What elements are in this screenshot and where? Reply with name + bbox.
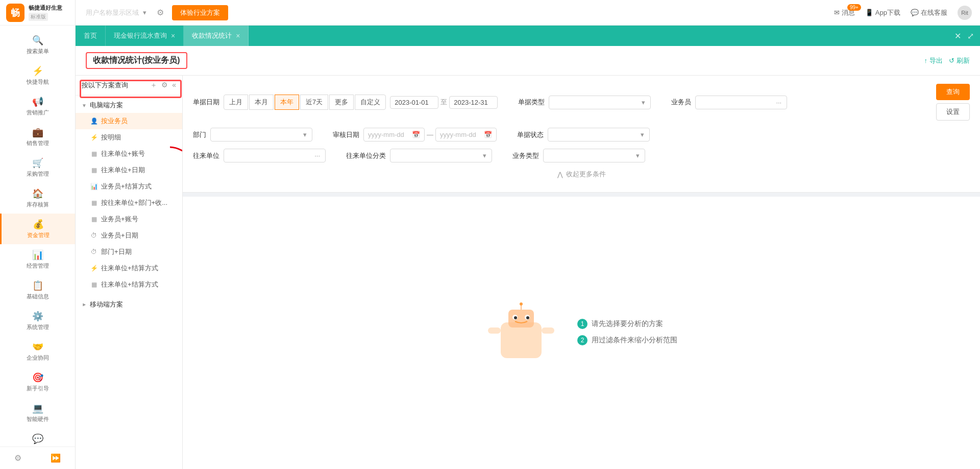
desktop-group-arrow: ▼ <box>82 103 87 108</box>
tab-bank-flow-close[interactable]: × <box>171 32 175 40</box>
trial-btn[interactable]: 体验行业方案 <box>172 5 228 20</box>
tab-collection-stats[interactable]: 收款情况统计 × <box>184 26 249 46</box>
scheme-item-by-salesman[interactable]: 👤 按业务员 <box>76 113 182 129</box>
sidebar-item-inventory[interactable]: 🏠 库存核算 <box>0 183 75 214</box>
header-settings-icon[interactable]: ⚙ <box>157 8 164 17</box>
doc-type-select[interactable]: ▾ <box>549 96 651 109</box>
sidebar-item-finance[interactable]: 💰 资金管理 <box>0 214 75 244</box>
scheme-item-salesman-settlement[interactable]: 📊 业务员+结算方式 <box>76 178 182 195</box>
filter-area: 单据日期 上月 本月 本年 近7天 更多 自定义 至 <box>183 76 980 193</box>
salesman-label: 业务员 <box>671 98 691 107</box>
doc-status-select[interactable]: ▾ <box>548 128 650 142</box>
counterparty-select[interactable]: ··· <box>224 149 326 162</box>
date-btn-last7[interactable]: 近7天 <box>300 95 328 110</box>
date-btn-last-month[interactable]: 上月 <box>224 95 248 110</box>
sidebar-item-wechat[interactable]: 💬 企业微信 <box>0 428 75 447</box>
desktop-scheme-group-title[interactable]: ▼ 电脑端方案 <box>76 98 182 113</box>
review-date-range: yyyy-mm-dd 📅 — yyyy-mm-dd 📅 <box>363 128 497 142</box>
review-date-end-placeholder: yyyy-mm-dd <box>440 131 476 138</box>
date-btn-this-month[interactable]: 本月 <box>249 95 274 110</box>
business-type-select[interactable]: ▾ <box>543 149 645 162</box>
scheme-settings-btn[interactable]: ⚙ <box>161 81 168 90</box>
main-content: 收款情况统计(按业务员) ↑ 导出 ↺ 刷新 按以下方案查询 ＋ ⚙ « <box>76 46 980 469</box>
review-date-end[interactable]: yyyy-mm-dd 📅 <box>435 128 497 142</box>
date-btn-more[interactable]: 更多 <box>329 95 354 110</box>
breadcrumb-text: 用户名称显示区域 <box>86 8 139 17</box>
salesman-select[interactable]: ··· <box>695 96 787 109</box>
date-end-input[interactable] <box>449 96 498 109</box>
review-date-start[interactable]: yyyy-mm-dd 📅 <box>363 128 425 142</box>
operation-icon: 📊 <box>32 249 43 261</box>
tab-bank-flow[interactable]: 现金银行流水查询 × <box>106 26 184 46</box>
avatar[interactable]: Rit <box>958 6 972 20</box>
scheme-item-salesman-account[interactable]: ▦ 业务员+账号 <box>76 211 182 227</box>
counterparty-group: 往来单位 ··· <box>193 149 326 162</box>
business-type-arrow: ▾ <box>636 152 640 159</box>
date-btn-this-year[interactable]: 本年 <box>275 95 299 110</box>
online-service-icon: 💬 <box>911 9 919 16</box>
mobile-scheme-group-title[interactable]: ▼ 移动端方案 <box>76 297 182 312</box>
sidebar-item-sales[interactable]: 💼 销售管理 <box>0 122 75 152</box>
dept-select[interactable]: ▾ <box>210 128 312 142</box>
tab-bank-flow-label: 现金银行流水查询 <box>114 31 167 40</box>
scheme-collapse-btn[interactable]: « <box>172 81 176 90</box>
tab-home[interactable]: 首页 <box>76 26 106 46</box>
scheme-item-customer-dept[interactable]: ▦ 按往来单位+部门+收... <box>76 195 182 211</box>
date-start-input[interactable] <box>390 96 438 109</box>
online-service-btn[interactable]: 💬 在线客服 <box>911 8 947 17</box>
sidebar-item-marketing[interactable]: 📢 营销推广 <box>0 91 75 122</box>
sidebar-item-guide[interactable]: 🎯 新手引导 <box>0 367 75 397</box>
scheme-item-customer-settlement1[interactable]: ⚡ 往来单位+结算方式 <box>76 260 182 276</box>
tip-num-2: 2 <box>577 335 587 345</box>
doc-type-group: 单据类型 ▾ <box>518 96 651 109</box>
doc-status-arrow: ▾ <box>641 131 644 138</box>
sidebar-item-purchase[interactable]: 🛒 采购管理 <box>0 152 75 183</box>
avatar-text: Rit <box>961 10 968 16</box>
sidebar-item-search-menu[interactable]: 🔍 搜索菜单 <box>0 30 75 60</box>
scheme-item-customer-settlement2[interactable]: ▦ 往来单位+结算方式 <box>76 276 182 293</box>
sidebar-item-quick-nav[interactable]: ⚡ 快捷导航 <box>0 60 75 91</box>
scheme-item-customer-account[interactable]: ▦ 往来单位+账号 <box>76 146 182 162</box>
tab-maximize[interactable]: ⤢ <box>967 31 974 41</box>
query-btn[interactable]: 查询 <box>936 84 970 100</box>
system-icon: ⚙️ <box>32 311 43 322</box>
app-download-btn[interactable]: 📱 App下载 <box>865 8 900 17</box>
message-btn[interactable]: ✉ 消息 99+ <box>834 8 855 17</box>
refresh-btn[interactable]: ↺ 刷新 <box>949 56 970 65</box>
sidebar-item-operation[interactable]: 📊 经营管理 <box>0 244 75 275</box>
sidebar-nav: 🔍 搜索菜单 ⚡ 快捷导航 📢 营销推广 💼 销售管理 🛒 采购管理 🏠 库存核… <box>0 26 75 447</box>
search-menu-icon: 🔍 <box>32 35 43 46</box>
empty-state-content: 1 请先选择要分析的方案 2 用过滤条件来缩小分析范围 <box>485 302 677 368</box>
scheme-item-salesman-date[interactable]: ⏱ 业务员+日期 <box>76 227 182 244</box>
tab-collection-stats-close[interactable]: × <box>236 32 240 40</box>
tab-collection-stats-label: 收款情况统计 <box>192 31 232 40</box>
collapse-filter-btn[interactable]: ⋀ 收起更多条件 <box>193 165 970 184</box>
counterparty-category-select[interactable]: ▾ <box>390 149 492 162</box>
customer-settlement1-label: 往来单位+结算方式 <box>101 264 158 273</box>
date-btn-custom[interactable]: 自定义 <box>355 95 386 110</box>
scheme-item-by-detail[interactable]: ⚡ 按明细 <box>76 129 182 146</box>
sidebar-item-enterprise[interactable]: 🤝 企业协同 <box>0 336 75 367</box>
scheme-item-dept-date[interactable]: ⏱ 部门+日期 <box>76 244 182 260</box>
marketing-icon: 📢 <box>32 96 43 107</box>
tab-bar: 首页 现金银行流水查询 × 收款情况统计 × ✕ ⤢ <box>76 26 980 46</box>
sidebar-expand-btn[interactable]: ⏩ <box>51 453 61 463</box>
sidebar-item-hardware[interactable]: 💻 智能硬件 <box>0 397 75 428</box>
tab-close-all[interactable]: ✕ <box>954 31 961 41</box>
app-logo: 畅 畅捷通好生意 标准版 <box>0 0 75 26</box>
review-date-start-placeholder: yyyy-mm-dd <box>368 131 404 138</box>
add-scheme-btn[interactable]: ＋ <box>150 81 157 90</box>
svg-point-8 <box>520 302 523 306</box>
doc-type-arrow: ▾ <box>642 99 645 106</box>
export-btn[interactable]: ↑ 导出 <box>924 56 943 65</box>
sidebar-settings-btn[interactable]: ⚙ <box>14 453 21 463</box>
content-layout: 按以下方案查询 ＋ ⚙ « ▼ 电脑端方案 👤 按业务员 ⚡ <box>76 76 980 469</box>
review-date-label: 审核日期 <box>333 130 359 139</box>
scheme-item-customer-date[interactable]: ▦ 往来单位+日期 <box>76 162 182 178</box>
review-date-end-cal-icon: 📅 <box>484 131 492 138</box>
date-range: 至 <box>390 96 498 109</box>
sidebar-item-system[interactable]: ⚙️ 系统管理 <box>0 306 75 336</box>
settings-btn[interactable]: 设置 <box>936 103 970 121</box>
breadcrumb-dropdown[interactable]: ▾ <box>143 9 146 16</box>
sidebar-item-basic[interactable]: 📋 基础信息 <box>0 275 75 306</box>
